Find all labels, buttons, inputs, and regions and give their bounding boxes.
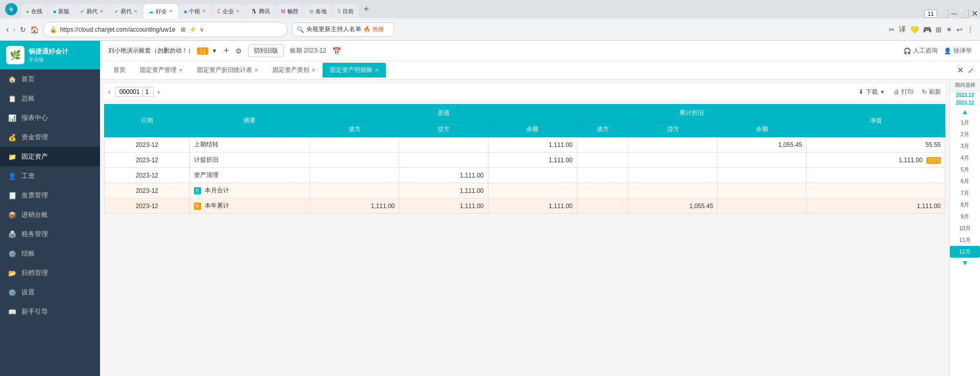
tab-close[interactable]: ✕ [134,9,138,14]
prev-page-button[interactable]: ‹ [108,88,111,96]
home-button[interactable]: 🏠 [30,26,39,34]
browser-tab-muqian[interactable]: S 目前 [332,4,359,18]
tab-close[interactable]: ✕ [100,9,104,14]
tab-close-icon[interactable]: ✕ [254,67,258,73]
cell-accum-credit: 1,055.45 [628,198,717,214]
sidebar-item-archive[interactable]: 📂 归档管理 [0,263,100,283]
chevron-down-icon[interactable]: ∨ [200,26,204,33]
scissor-icon[interactable]: ✂ [889,26,895,34]
sidebar-item-settings[interactable]: ⚙️ 设置 [0,283,100,302]
tab-home[interactable]: 首页 [106,63,133,78]
settings-button[interactable]: ⚙ [235,47,242,55]
download-button[interactable]: ⬇ 下载 ▼ [859,88,885,96]
wallet-icon[interactable]: 💛 [910,26,919,34]
refresh-button[interactable]: ↻ 刷新 [922,88,941,96]
consult-link[interactable]: 🎧 人工咨询 [903,46,938,55]
sidebar-item-home[interactable]: 🏠 首页 [0,69,100,89]
browser-tab-gedi[interactable]: ⊞ 各地 [304,4,332,18]
refresh-icon: ↻ [922,88,927,95]
month-7[interactable]: 7月 [950,187,980,199]
sidebar-item-guide[interactable]: 📖 新手引导 [0,302,100,321]
table-row-yearly-total: 2023-12 年 本年累计 1,111.00 1,111.00 [105,198,945,214]
sidebar-item-invoice[interactable]: 🧾 发票管理 [0,186,100,205]
dropdown-icon[interactable]: ▼ [211,47,217,55]
col-accumulated-depreciation: 累计折旧 [577,105,806,122]
sidebar-item-reports[interactable]: 📊 报表中心 [0,108,100,128]
new-tab-button[interactable]: + [359,4,373,15]
add-company-button[interactable]: + [224,45,229,56]
brightness-icon[interactable]: ☀ [946,26,952,34]
browser-tab-online[interactable]: ● 在线 [21,4,47,18]
col-accum-credit: 贷方 [628,122,717,137]
scroll-up-button[interactable]: ▲ [961,107,970,117]
grid-icon[interactable]: ⊞ [936,26,942,34]
month-4[interactable]: 4月 [950,152,980,164]
print-button[interactable]: 🖨 打印 [893,88,914,96]
calendar-icon[interactable]: 📅 [332,47,341,55]
scroll-down-button[interactable]: ▼ [961,258,970,268]
maximize-button[interactable]: ⬜ [959,9,969,18]
tab-close[interactable]: ✕ [236,9,240,14]
month-8[interactable]: 8月 [950,199,980,211]
search-box[interactable]: 🔍 央视更新主持人名单 🔥 热搜 [292,22,394,37]
tab-close-icon[interactable]: ✕ [375,67,379,73]
company-selector[interactable]: 刘小艳演示账套（勿删勿动！） 11 ▼ [108,46,217,55]
month-5[interactable]: 5月 [950,164,980,176]
back-button[interactable]: ‹ [6,25,9,34]
user-profile[interactable]: 👤 徐泽华 [944,46,972,55]
month-2[interactable]: 2月 [950,129,980,140]
game-icon[interactable]: 🎮 [923,26,932,34]
browser-tab-btn[interactable]: ⬜ [939,9,949,18]
cell-accum-debit [577,198,628,214]
cell-orig-debit [310,153,399,168]
browser-chrome: e ● 在线 ■ 新版 ✔ 易代 ✕ ✔ 易代 ✕ ☁ 好会 ✕ ■ 个税 ✕ [0,0,980,41]
month-9[interactable]: 9月 [950,211,980,222]
month-1[interactable]: 1月 [950,117,980,129]
sidebar-item-close-period[interactable]: ⚙️ 结账 [0,244,100,263]
tab-depreciation-stats[interactable]: 固定资产折旧统计表 ✕ [190,63,265,78]
col-orig-debit: 借方 [310,122,399,137]
browser-tab-yidai1[interactable]: ✔ 易代 ✕ [75,4,109,18]
search-text: 央视更新主持人名单 [306,25,361,34]
month-12-active[interactable]: 12月 [950,246,980,258]
next-page-button[interactable]: › [158,88,160,96]
close-tab-button[interactable]: ✕ [957,65,964,75]
sidebar-item-fixed-assets[interactable]: 📁 固定资产 [0,147,100,166]
month-11[interactable]: 11月 [950,234,980,246]
tab-close-icon[interactable]: ✕ [311,67,315,73]
more-icon[interactable]: ⋮ [967,26,974,34]
switch-version-button[interactable]: 切到旧版 [248,44,284,57]
tab-close[interactable]: ✕ [169,9,173,14]
close-window-button[interactable]: ✕ [971,9,978,18]
cell-accum-balance [718,153,806,168]
browser-tab-yidai2[interactable]: ✔ 易代 ✕ [109,4,143,18]
tab-asset-category[interactable]: 固定资产类别 ✕ [265,63,323,78]
undo-icon[interactable]: ↩ [957,26,963,34]
expand-button[interactable]: ⤢ [968,66,974,74]
refresh-btn[interactable]: ↻ [20,26,26,34]
minimize-button[interactable]: ─ [951,9,957,18]
browser-tab-new[interactable]: ■ 新版 [48,4,75,18]
sidebar-item-funds[interactable]: 💰 资金管理 [0,128,100,147]
month-6[interactable]: 6月 [950,176,980,187]
forward-button[interactable]: › [13,25,15,34]
tab-close[interactable]: ✕ [202,9,206,14]
table-row: 2023-12 上期结转 1,111.00 [105,137,945,153]
sidebar-item-payroll[interactable]: 👤 工资 [0,166,100,186]
address-input-box[interactable]: 🔒 https://cloud.chanjet.com/accounting/u… [43,22,288,37]
browser-tab-qiye[interactable]: C 企业 ✕ [212,4,245,18]
month-10[interactable]: 10月 [950,222,980,234]
tab-asset-detail-ledger[interactable]: 固定资产明细账 ✕ [323,63,386,78]
sidebar-item-purchase-sales[interactable]: 📦 进销台账 [0,205,100,224]
sidebar-item-tax[interactable]: 🖨️ 税务管理 [0,224,100,244]
sidebar-item-general-ledger[interactable]: 📋 总账 [0,89,100,108]
browser-tab-tengxun[interactable]: 🐧 腾讯 [246,4,275,18]
browser-tab-chang[interactable]: M 畅胜 [276,4,303,18]
browser-tab-geshui[interactable]: ■ 个税 ✕ [179,4,211,18]
browser-tab-active[interactable]: ☁ 好会 ✕ [143,4,178,18]
month-3[interactable]: 3月 [950,140,980,152]
translate-icon[interactable]: 译 [899,25,906,34]
tab-close-icon[interactable]: ✕ [179,67,183,73]
cell-date: 2023-12 [105,183,190,198]
tab-fixed-assets-management[interactable]: 固定资产管理 ✕ [133,63,190,78]
